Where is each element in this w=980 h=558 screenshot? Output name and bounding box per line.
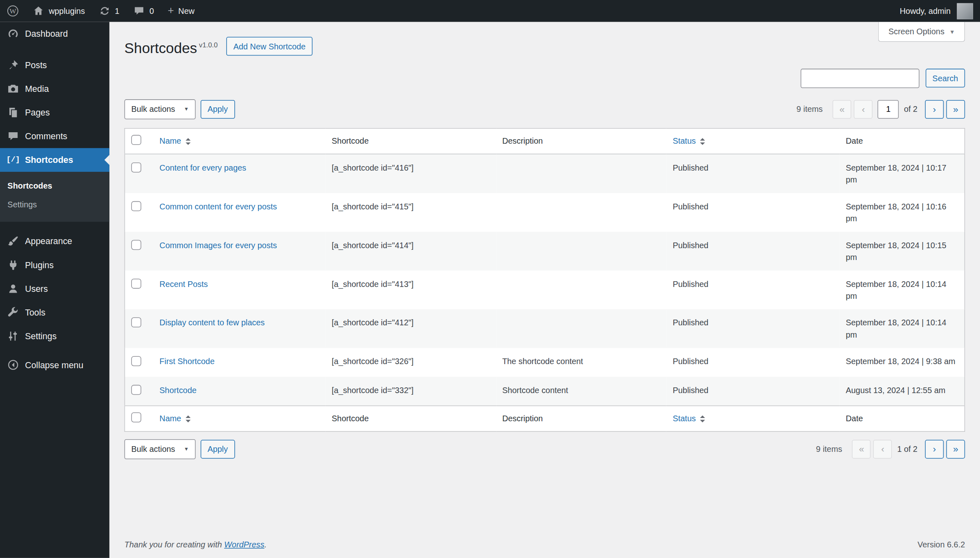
wordpress-link[interactable]: WordPress (224, 540, 264, 549)
camera-icon (7, 82, 20, 95)
table-row: Common content for every posts [a_shortc… (125, 193, 964, 231)
menu-separator (0, 348, 109, 353)
row-checkbox[interactable] (131, 162, 141, 172)
wordpress-admin-screen: W wpplugins 1 0 (0, 0, 980, 558)
admin-bar-right: Howdy, admin (893, 0, 980, 22)
shortcode-name-link[interactable]: Common Images for every posts (160, 240, 277, 250)
submenu-item-shortcodes[interactable]: Shortcodes (0, 177, 109, 196)
shortcode-name-link[interactable]: Shortcode (160, 385, 197, 395)
date-cell: September 18, 2024 | 9:38 am (840, 348, 965, 376)
chevron-down-icon: ▼ (184, 446, 189, 452)
sidebar-item-users[interactable]: Users (0, 277, 109, 300)
sidebar-item-label: Dashboard (25, 28, 68, 40)
table-row: Recent Posts [a_shortcode id="413"] Publ… (125, 270, 964, 309)
my-account-menu[interactable]: Howdy, admin (893, 0, 980, 22)
sidebar-item-media[interactable]: Media (0, 77, 109, 100)
plus-icon: + (168, 5, 174, 16)
apply-button[interactable]: Apply (200, 100, 234, 118)
sidebar-item-settings[interactable]: Settings (0, 324, 109, 348)
apply-button[interactable]: Apply (200, 440, 234, 458)
row-checkbox[interactable] (131, 385, 141, 394)
column-header-status[interactable]: Status (666, 128, 840, 154)
submenu-item-settings[interactable]: Settings (0, 196, 109, 214)
description-cell (496, 154, 667, 193)
table-row: Display content to few places [a_shortco… (125, 309, 964, 348)
table-footer: Name Shortcode Description Status Date (125, 406, 964, 431)
pages-icon (7, 106, 20, 119)
sidebar-item-plugins[interactable]: Plugins (0, 253, 109, 277)
collapse-menu-button[interactable]: Collapse menu (0, 353, 109, 377)
shortcode-name-link[interactable]: Display content to few places (160, 318, 265, 327)
row-checkbox[interactable] (131, 317, 141, 327)
description-cell: Shortcode content (496, 376, 667, 405)
shortcode-cell: [a_shortcode id="416"] (325, 154, 496, 193)
shortcode-name-link[interactable]: Recent Posts (160, 279, 208, 289)
current-page-input[interactable] (878, 100, 899, 118)
shortcode-cell: [a_shortcode id="412"] (325, 309, 496, 348)
column-header-description: Description (496, 128, 667, 154)
select-all-checkbox[interactable] (131, 135, 141, 145)
page-title: Shortcodesv1.0.0 (125, 36, 218, 57)
sidebar-item-appearance[interactable]: Appearance (0, 229, 109, 253)
comments-count: 0 (149, 6, 154, 16)
row-checkbox[interactable] (131, 278, 141, 288)
sidebar-item-posts[interactable]: Posts (0, 53, 109, 77)
last-page-button[interactable]: » (946, 440, 965, 458)
page-header: Shortcodesv1.0.0 Add New Shortcode (125, 22, 965, 58)
sidebar-item-tools[interactable]: Tools (0, 300, 109, 324)
wordpress-logo-menu[interactable]: W (0, 0, 26, 22)
column-header-name[interactable]: Name (153, 128, 325, 154)
first-page-button: « (833, 100, 851, 118)
site-name-menu[interactable]: wpplugins (26, 0, 92, 22)
shortcode-name-link[interactable]: First Shortcode (160, 356, 215, 366)
new-content-menu[interactable]: + New (161, 0, 201, 22)
new-label: New (178, 6, 195, 16)
add-new-shortcode-button[interactable]: Add New Shortcode (227, 37, 313, 56)
column-header-date: Date (840, 128, 965, 154)
bulk-actions-select[interactable]: Bulk actions ▼ (125, 99, 196, 119)
tablenav-bottom: Bulk actions ▼ Apply 9 items « ‹ 1 of 2 … (125, 439, 965, 459)
sort-arrows-icon (185, 138, 190, 145)
row-checkbox[interactable] (131, 240, 141, 249)
first-page-button: « (852, 440, 871, 458)
select-all-checkbox[interactable] (131, 412, 141, 422)
menu-separator (0, 222, 109, 229)
plugin-icon (7, 259, 20, 271)
next-page-button[interactable]: › (925, 100, 944, 118)
screen-options-button[interactable]: Screen Options ▼ (878, 22, 965, 42)
shortcodes-list-table: Name Shortcode Description Status Date C… (125, 128, 965, 431)
date-cell: September 18, 2024 | 10:16 pm (840, 193, 965, 231)
row-checkbox[interactable] (131, 201, 141, 211)
last-page-button[interactable]: » (946, 100, 965, 118)
table-row: Content for every pages [a_shortcode id=… (125, 154, 964, 193)
admin-sidebar: Dashboard Posts Media Pages Comments (0, 22, 109, 558)
plugin-version-badge: v1.0.0 (199, 41, 218, 49)
status-cell: Published (666, 270, 840, 309)
table-row: First Shortcode [a_shortcode id="326"] T… (125, 348, 964, 376)
status-cell: Published (666, 193, 840, 231)
shortcode-name-link[interactable]: Common content for every posts (160, 202, 277, 211)
sidebar-item-shortcodes[interactable]: [/] Shortcodes (0, 148, 109, 172)
tablenav-top: Bulk actions ▼ Apply 9 items « ‹ of 2 › … (125, 99, 965, 119)
row-checkbox[interactable] (131, 356, 141, 366)
search-input[interactable] (800, 69, 919, 88)
dashboard-icon (7, 27, 20, 40)
wordpress-logo-icon: W (7, 5, 19, 17)
shortcode-name-link[interactable]: Content for every pages (160, 163, 246, 172)
sidebar-item-label: Shortcodes (25, 154, 73, 166)
column-header-status[interactable]: Status (666, 406, 840, 431)
column-header-name[interactable]: Name (153, 406, 325, 431)
sidebar-item-dashboard[interactable]: Dashboard (0, 22, 109, 46)
comments-menu[interactable]: 0 (126, 0, 161, 22)
sidebar-item-pages[interactable]: Pages (0, 100, 109, 124)
sidebar-item-label: Appearance (25, 235, 72, 247)
sidebar-item-comments[interactable]: Comments (0, 124, 109, 148)
chevron-down-icon: ▼ (184, 106, 189, 112)
search-button[interactable]: Search (926, 69, 965, 88)
next-page-button[interactable]: › (925, 440, 944, 458)
items-count: 9 items (797, 104, 823, 114)
updates-menu[interactable]: 1 (92, 0, 127, 22)
bulk-actions-select[interactable]: Bulk actions ▼ (125, 439, 196, 459)
column-header-shortcode: Shortcode (325, 406, 496, 431)
bulk-actions-top: Bulk actions ▼ Apply (125, 99, 235, 119)
